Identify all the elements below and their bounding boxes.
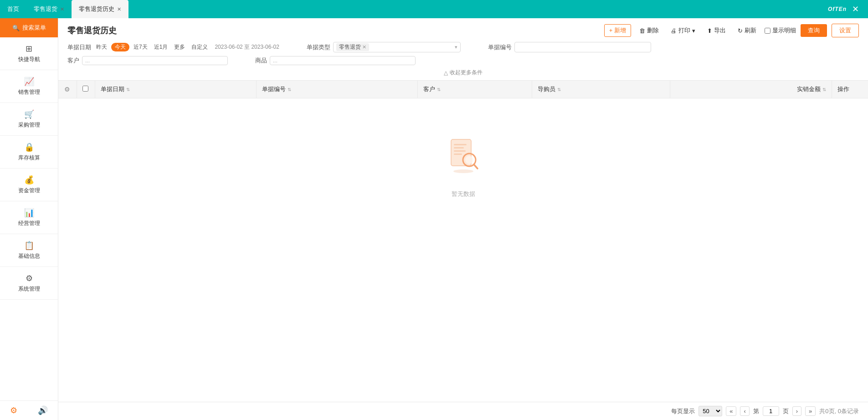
sidebar-search[interactable]: 🔍 搜索菜单 xyxy=(0,18,58,37)
doc-type-tag-value: 零售退货 xyxy=(339,43,361,51)
th-customer-label: 客户 xyxy=(423,85,435,93)
customer-container[interactable]: ... xyxy=(82,56,228,65)
th-amount-sort-icon: ⇅ xyxy=(822,87,826,92)
display-detail-input[interactable] xyxy=(765,28,770,34)
svg-line-8 xyxy=(474,164,478,169)
volume-icon[interactable]: 🔊 xyxy=(38,405,48,415)
doc-type-tag-remove[interactable]: ✕ xyxy=(362,44,366,50)
new-button[interactable]: + 新增 xyxy=(604,24,631,37)
doc-type-tag: 零售退货 ✕ xyxy=(336,43,369,51)
prev-page-button[interactable]: ‹ xyxy=(740,406,749,416)
sidebar-item-label: 库存核算 xyxy=(18,154,40,162)
delete-button[interactable]: 🗑 删除 xyxy=(636,25,663,36)
shortcut-custom[interactable]: 自定义 xyxy=(189,43,210,51)
gear-settings-icon[interactable]: ⚙ xyxy=(64,86,70,93)
select-all-checkbox[interactable] xyxy=(82,86,88,92)
sidebar-item-inventory[interactable]: 🔒 库存核算 xyxy=(0,136,58,169)
main-content: 零售退货历史 + 新增 🗑 删除 🖨 打印 ▾ ⬆ xyxy=(58,18,868,420)
goods-container[interactable]: ... xyxy=(270,56,416,65)
tab-retail-return-close[interactable]: ✕ xyxy=(60,6,64,12)
tab-retail-return-label: 零售退货 xyxy=(34,5,57,13)
sidebar-item-finance[interactable]: 💰 资金管理 xyxy=(0,169,58,201)
page-title: 零售退货历史 xyxy=(67,25,117,36)
th-date-sort[interactable]: 单据日期 ⇅ xyxy=(101,85,251,93)
settings-button[interactable]: 设置 xyxy=(832,24,859,37)
inventory-icon: 🔒 xyxy=(24,142,34,152)
sidebar-item-sales[interactable]: 📈 销售管理 xyxy=(0,70,58,103)
th-date-sort-icon: ⇅ xyxy=(126,87,130,92)
export-button[interactable]: ⬆ 导出 xyxy=(704,25,729,36)
toolbar: + 新增 🗑 删除 🖨 打印 ▾ ⬆ 导出 xyxy=(604,24,859,37)
shortcut-7days[interactable]: 近7天 xyxy=(131,43,150,51)
page-number-input[interactable] xyxy=(763,406,779,416)
svg-rect-3 xyxy=(454,147,464,149)
query-button[interactable]: 查询 xyxy=(801,24,827,37)
page-header: 零售退货历史 + 新增 🗑 删除 🖨 打印 ▾ ⬆ xyxy=(58,18,868,81)
date-shortcuts: 昨天 今天 近7天 近1月 更多 自定义 xyxy=(94,43,210,51)
th-no-sort[interactable]: 单据编号 ⇅ xyxy=(262,85,412,93)
tab-home[interactable]: 首页 xyxy=(0,0,26,18)
first-page-button[interactable]: « xyxy=(726,406,736,416)
th-action: 操作 xyxy=(832,81,868,98)
print-dropdown-icon: ▾ xyxy=(692,27,695,34)
tab-retail-return[interactable]: 零售退货 ✕ xyxy=(26,0,72,18)
next-page-button[interactable]: › xyxy=(792,406,801,416)
th-customer-sort[interactable]: 客户 ⇅ xyxy=(423,85,526,93)
date-range-display: 2023-06-02 至 2023-06-02 xyxy=(215,43,279,51)
th-amount-sort[interactable]: 实销金额 ⇅ xyxy=(676,85,826,93)
sidebar-item-label: 快捷导航 xyxy=(18,56,40,63)
empty-illustration xyxy=(443,135,484,176)
shortcut-today[interactable]: 今天 xyxy=(111,43,129,51)
doc-type-dropdown-arrow[interactable]: ▾ xyxy=(455,44,457,50)
basic-info-icon: 📋 xyxy=(24,241,34,251)
filter-date: 单据日期 昨天 今天 近7天 近1月 更多 自定义 2023-06-02 至 2… xyxy=(67,43,279,51)
sidebar-item-label: 经营管理 xyxy=(18,220,40,227)
th-gear: ⚙ xyxy=(58,81,77,98)
collapse-label: 收起更多条件 xyxy=(450,69,483,77)
goods-label: 商品 xyxy=(255,56,267,65)
sidebar-item-label: 基础信息 xyxy=(18,252,40,260)
sidebar-item-operations[interactable]: 📊 经营管理 xyxy=(0,201,58,234)
filter-doc-type: 单据类型 零售退货 ✕ ▾ xyxy=(307,42,461,52)
sidebar-item-label: 采购管理 xyxy=(18,121,40,129)
shortcut-yesterday[interactable]: 昨天 xyxy=(94,43,109,51)
page-size-select[interactable]: 50 10 20 100 xyxy=(699,406,722,416)
filter-goods: 商品 ... xyxy=(255,56,416,65)
th-date-label: 单据日期 xyxy=(101,85,124,93)
top-bar-right: OfTEn ✕ xyxy=(828,4,868,14)
print-button-label: 打印 xyxy=(678,26,690,35)
doc-type-label: 单据类型 xyxy=(307,43,330,51)
shortcut-more[interactable]: 更多 xyxy=(172,43,187,51)
svg-rect-5 xyxy=(454,154,462,155)
tab-retail-return-history[interactable]: 零售退货历史 ✕ xyxy=(72,0,128,18)
often-label: OfTEn xyxy=(828,6,847,12)
th-guide-sort[interactable]: 导购员 ⇅ xyxy=(538,85,664,93)
th-guide-sort-icon: ⇅ xyxy=(557,87,561,92)
tab-retail-return-history-close[interactable]: ✕ xyxy=(117,6,121,12)
svg-rect-4 xyxy=(454,150,466,152)
filter-customer: 客户 ... xyxy=(67,56,228,65)
last-page-button[interactable]: » xyxy=(805,406,816,416)
doc-type-container[interactable]: 零售退货 ✕ ▾ xyxy=(333,42,461,52)
collapse-button[interactable]: △ 收起更多条件 xyxy=(67,69,859,80)
finance-icon: 💰 xyxy=(24,175,34,185)
sidebar-item-system[interactable]: ⚙ 系统管理 xyxy=(0,267,58,300)
settings-bottom-icon[interactable]: ⚙ xyxy=(10,405,17,415)
page-header-top: 零售退货历史 + 新增 🗑 删除 🖨 打印 ▾ ⬆ xyxy=(67,24,859,37)
tab-retail-return-history-label: 零售退货历史 xyxy=(79,5,114,13)
sidebar-item-purchase[interactable]: 🛒 采购管理 xyxy=(0,103,58,136)
tab-bar: 首页 零售退货 ✕ 零售退货历史 ✕ xyxy=(0,0,828,18)
doc-no-input[interactable] xyxy=(514,42,651,52)
th-guide: 导购员 ⇅ xyxy=(532,81,670,98)
doc-no-label: 单据编号 xyxy=(488,43,512,51)
delete-icon: 🗑 xyxy=(639,27,645,34)
window-close-button[interactable]: ✕ xyxy=(850,4,861,14)
print-button[interactable]: 🖨 打印 ▾ xyxy=(667,25,699,36)
collapse-up-icon: △ xyxy=(444,70,448,76)
sidebar-item-basic-info[interactable]: 📋 基础信息 xyxy=(0,234,58,267)
shortcut-1month[interactable]: 近1月 xyxy=(152,43,170,51)
display-detail-checkbox[interactable]: 显示明细 xyxy=(765,26,796,35)
sidebar-item-quick-nav[interactable]: ⊞ 快捷导航 xyxy=(0,37,58,70)
filter-row-1: 单据日期 昨天 今天 近7天 近1月 更多 自定义 2023-06-02 至 2… xyxy=(67,42,859,52)
refresh-button[interactable]: ↻ 刷新 xyxy=(734,25,760,36)
